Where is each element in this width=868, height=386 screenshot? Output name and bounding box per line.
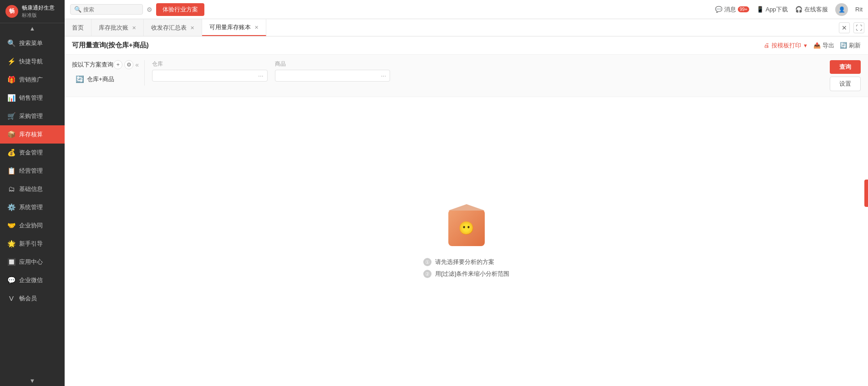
- settings-scheme-button[interactable]: ⚙: [124, 60, 133, 69]
- header-search-input[interactable]: [83, 6, 138, 13]
- tab-close-available-ledger[interactable]: ✕: [254, 25, 259, 31]
- handshake-icon: 🤝: [7, 221, 15, 230]
- sidebar-item-operation[interactable]: 📋 经营管理: [0, 162, 65, 180]
- filter-scheme-title: 按以下方案查询: [72, 61, 113, 69]
- product-more-icon[interactable]: ···: [381, 72, 386, 79]
- refresh-icon: 🔄: [840, 42, 847, 49]
- filter-scheme-header: 按以下方案查询 + ⚙ «: [72, 60, 139, 69]
- sidebar-header: 畅 畅康通好生意 标准版: [0, 0, 65, 23]
- star-icon: 🌟: [7, 240, 15, 248]
- scheme-item-warehouse-product[interactable]: 🔄 仓库+商品: [72, 73, 139, 86]
- sidebar-scroll-up[interactable]: ▲: [0, 23, 65, 34]
- page-title-actions: 🖨 按模板打印 ▼ 📤 导出 🔄 刷新: [764, 41, 861, 50]
- tab-receive-summary[interactable]: 收发存汇总表 ✕: [144, 19, 202, 36]
- online-service-button[interactable]: 🎧 在线客服: [795, 5, 828, 14]
- sidebar-item-search[interactable]: 🔍 搜索菜单: [0, 34, 65, 52]
- message-badge: 99+: [738, 6, 749, 12]
- product-input[interactable]: [279, 72, 379, 79]
- tabs-actions: ✕ ⛶: [839, 22, 864, 33]
- refresh-button[interactable]: 🔄 刷新: [840, 41, 861, 50]
- sidebar-logo: 畅: [5, 5, 18, 18]
- shortcut-icon: ⚡: [7, 57, 15, 66]
- product-input-box[interactable]: ···: [275, 70, 391, 82]
- sidebar-nav: 🔍 搜索菜单 ⚡ 快捷导航 🎁 营销推广 📊 销售管理 🛒 采购管理 📦 库存核…: [0, 34, 65, 375]
- tab-close-all-button[interactable]: ✕: [839, 22, 850, 33]
- tab-close-batch-account[interactable]: ✕: [132, 25, 136, 31]
- export-icon: 📤: [813, 42, 821, 49]
- tab-available-ledger[interactable]: 可用量库存账本 ✕: [202, 19, 266, 36]
- filter-fields: 仓库 ··· 商品 ···: [145, 60, 826, 82]
- filter-area: 按以下方案查询 + ⚙ « 🔄 仓库+商品 仓库: [65, 55, 868, 97]
- hint-number-2: ②: [423, 270, 431, 278]
- tab-home[interactable]: 首页: [65, 19, 91, 36]
- search-icon: 🔍: [74, 6, 81, 13]
- scheme-icon: 🔄: [76, 75, 84, 83]
- sidebar: 畅 畅康通好生意 标准版 ▲ 🔍 搜索菜单 ⚡ 快捷导航 🎁 营销推广 📊 销售…: [0, 0, 65, 386]
- warehouse-more-icon[interactable]: ···: [258, 72, 264, 79]
- trial-button[interactable]: 体验行业方案: [156, 3, 204, 16]
- sidebar-item-inventory[interactable]: 📦 库存核算: [0, 125, 65, 144]
- empty-box-icon: 😶: [448, 210, 485, 246]
- header-search-box[interactable]: 🔍: [70, 4, 143, 15]
- filter-settings-button[interactable]: 设置: [830, 77, 861, 91]
- message-icon: 💬: [715, 6, 722, 13]
- username-label[interactable]: Rit: [855, 6, 863, 13]
- warehouse-input-box[interactable]: ···: [152, 70, 268, 82]
- warehouse-input[interactable]: [156, 72, 256, 79]
- product-field-label: 商品: [275, 60, 391, 68]
- filter-actions: 查询 设置: [826, 60, 861, 91]
- sidebar-item-sales[interactable]: 📊 销售管理: [0, 89, 65, 107]
- sidebar-item-finance[interactable]: 💰 资金管理: [0, 144, 65, 162]
- empty-state: 😶 ① 请先选择要分析的方案 ② 用[过滤]条件来缩小分析范围: [65, 97, 868, 386]
- sidebar-item-app[interactable]: 🔲 应用中心: [0, 253, 65, 271]
- page-title: 可用量查询(按仓库+商品): [72, 41, 149, 50]
- sidebar-item-shortcut[interactable]: ⚡ 快捷导航: [0, 52, 65, 71]
- box-icon: 📦: [7, 130, 15, 139]
- export-button[interactable]: 📤 导出: [813, 41, 834, 50]
- filter-field-warehouse: 仓库 ···: [152, 60, 268, 82]
- tab-fullscreen-button[interactable]: ⛶: [853, 22, 864, 33]
- vip-icon: V: [7, 294, 15, 302]
- sidebar-item-wechat[interactable]: 💬 企业微信: [0, 271, 65, 289]
- sidebar-scroll-down[interactable]: ▼: [0, 375, 65, 386]
- tab-close-receive-summary[interactable]: ✕: [190, 25, 194, 31]
- query-button[interactable]: 查询: [830, 60, 861, 74]
- sidebar-item-basic[interactable]: 🗂 基础信息: [0, 180, 65, 198]
- empty-hint-2: ② 用[过滤]条件来缩小分析范围: [423, 270, 509, 278]
- header-gear-icon[interactable]: ⚙: [147, 6, 152, 13]
- hint-number-1: ①: [423, 258, 431, 266]
- money-icon: 💰: [7, 149, 15, 157]
- sidebar-item-cooperation[interactable]: 🤝 企业协同: [0, 216, 65, 235]
- sidebar-item-member[interactable]: V 畅会员: [0, 289, 65, 308]
- cart-icon: 🛒: [7, 112, 15, 120]
- sidebar-item-purchase[interactable]: 🛒 采购管理: [0, 107, 65, 125]
- page-title-bar: 可用量查询(按仓库+商品) 🖨 按模板打印 ▼ 📤 导出 🔄 刷新: [65, 36, 868, 55]
- add-scheme-button[interactable]: +: [113, 60, 122, 69]
- sidebar-item-newbie[interactable]: 🌟 新手引导: [0, 235, 65, 253]
- collapse-scheme-button[interactable]: «: [135, 61, 139, 68]
- chevron-down-icon: ▼: [803, 43, 808, 48]
- empty-hints: ① 请先选择要分析的方案 ② 用[过滤]条件来缩小分析范围: [423, 258, 509, 278]
- wechat-icon: 💬: [7, 276, 15, 284]
- right-scroll-hint: [864, 180, 868, 207]
- message-button[interactable]: 💬 消息 99+: [715, 5, 749, 14]
- printer-icon: 🖨: [764, 42, 770, 49]
- app-download-button[interactable]: 📱 App下载: [756, 5, 788, 14]
- filter-scheme-panel: 按以下方案查询 + ⚙ « 🔄 仓库+商品: [72, 60, 145, 86]
- header-right: 💬 消息 99+ 📱 App下载 🎧 在线客服 👤 Rit: [715, 3, 863, 16]
- tabs-bar: 首页 库存批次账 ✕ 收发存汇总表 ✕ 可用量库存账本 ✕ ✕ ⛶: [65, 19, 868, 36]
- tab-batch-account[interactable]: 库存批次账 ✕: [91, 19, 144, 36]
- top-header: 🔍 ⚙ 体验行业方案 💬 消息 99+ 📱 App下载 🎧 在线客服 👤 Ri: [65, 0, 868, 19]
- sidebar-item-system[interactable]: ⚙️ 系统管理: [0, 198, 65, 216]
- avatar[interactable]: 👤: [835, 3, 848, 16]
- headset-icon: 🎧: [795, 6, 802, 13]
- sidebar-brand: 畅康通好生意 标准版: [22, 5, 55, 18]
- mobile-icon: 📱: [756, 6, 764, 13]
- gear-icon: ⚙️: [7, 203, 15, 211]
- print-template-button[interactable]: 🖨 按模板打印 ▼: [764, 41, 808, 50]
- gift-icon: 🎁: [7, 76, 15, 84]
- sidebar-item-marketing[interactable]: 🎁 营销推广: [0, 71, 65, 89]
- empty-illustration: 😶: [444, 205, 489, 251]
- search-icon: 🔍: [7, 39, 15, 47]
- grid-icon: 🔲: [7, 258, 15, 266]
